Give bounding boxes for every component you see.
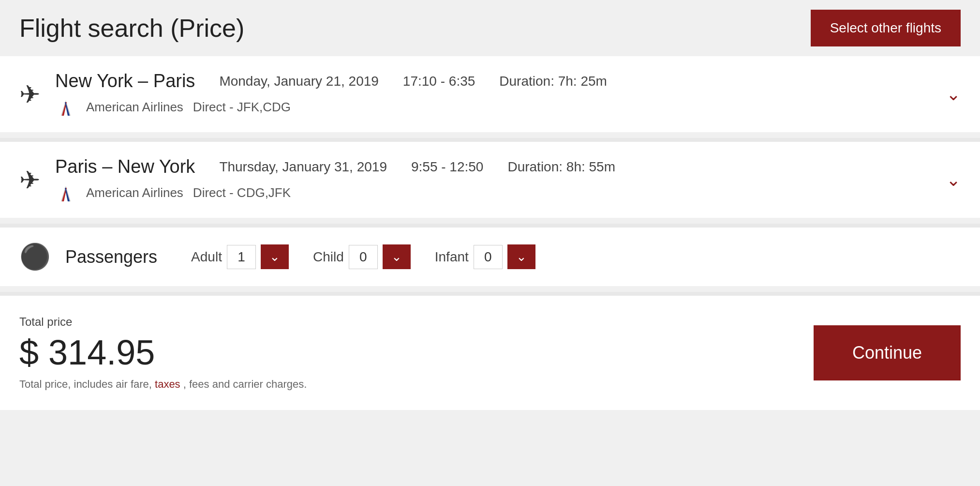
adult-group: Adult 1 ⌄ bbox=[191, 244, 289, 269]
flight-2-info: Paris – New York Thursday, January 31, 2… bbox=[55, 156, 946, 203]
flight-2-main-row: Paris – New York Thursday, January 31, 2… bbox=[55, 156, 946, 177]
total-label: Total price bbox=[19, 315, 307, 329]
plane-icon-2: ✈ bbox=[19, 167, 41, 193]
flight-1-expand-icon[interactable]: ⌄ bbox=[946, 84, 961, 105]
adult-dropdown-button[interactable]: ⌄ bbox=[261, 244, 289, 269]
person-icon: ⚫ bbox=[19, 242, 51, 272]
flight-2-expand-icon[interactable]: ⌄ bbox=[946, 170, 961, 190]
passengers-section: ⚫ Passengers Adult 1 ⌄ Child 0 ⌄ Infant … bbox=[0, 228, 980, 286]
flight-1-section: ✈ New York – Paris Monday, January 21, 2… bbox=[0, 56, 980, 132]
airline-logo-2 bbox=[55, 182, 76, 203]
page-title: Flight search (Price) bbox=[19, 14, 244, 43]
child-dropdown-button[interactable]: ⌄ bbox=[383, 244, 411, 269]
continue-button[interactable]: Continue bbox=[814, 325, 961, 380]
divider-1 bbox=[0, 138, 980, 142]
passengers-label: Passengers bbox=[65, 247, 157, 267]
infant-dropdown-button[interactable]: ⌄ bbox=[507, 244, 535, 269]
svg-marker-5 bbox=[65, 188, 70, 201]
flight-1-date: Monday, January 21, 2019 bbox=[219, 74, 378, 89]
total-left: Total price $ 314.95 Total price, includ… bbox=[19, 315, 307, 391]
child-count: 0 bbox=[349, 245, 378, 269]
total-section: Total price $ 314.95 Total price, includ… bbox=[0, 296, 980, 410]
taxes-link[interactable]: taxes bbox=[155, 378, 180, 390]
infant-count: 0 bbox=[474, 245, 503, 269]
flight-2-airline: American Airlines bbox=[86, 185, 183, 200]
flight-1-main-row: New York – Paris Monday, January 21, 201… bbox=[55, 71, 946, 91]
flight-2-duration: Duration: 8h: 55m bbox=[507, 159, 615, 175]
divider-3 bbox=[0, 292, 980, 296]
page-header: Flight search (Price) Select other fligh… bbox=[0, 0, 980, 56]
flight-2-route: Paris – New York bbox=[55, 156, 195, 177]
flight-2-route-code: Direct - CDG,JFK bbox=[193, 185, 291, 200]
total-price: $ 314.95 bbox=[19, 333, 307, 372]
plane-icon-1: ✈ bbox=[19, 82, 41, 107]
flight-1-row: ✈ New York – Paris Monday, January 21, 2… bbox=[0, 56, 980, 132]
flight-1-duration: Duration: 7h: 25m bbox=[499, 74, 607, 89]
flight-1-sub-row: American Airlines Direct - JFK,CDG bbox=[55, 96, 946, 118]
airline-logo-1 bbox=[55, 96, 76, 118]
child-label: Child bbox=[313, 249, 344, 265]
total-note-after: , fees and carrier charges. bbox=[183, 378, 307, 390]
flight-2-sub-row: American Airlines Direct - CDG,JFK bbox=[55, 182, 946, 203]
flight-1-route-code: Direct - JFK,CDG bbox=[193, 100, 291, 115]
total-note: Total price, includes air fare, taxes , … bbox=[19, 378, 307, 391]
total-note-before: Total price, includes air fare, bbox=[19, 378, 152, 390]
flight-1-info: New York – Paris Monday, January 21, 201… bbox=[55, 71, 946, 118]
flight-1-airline: American Airlines bbox=[86, 100, 183, 115]
divider-2 bbox=[0, 224, 980, 228]
select-other-flights-button[interactable]: Select other flights bbox=[811, 10, 961, 46]
flight-2-time: 9:55 - 12:50 bbox=[411, 159, 483, 175]
flight-1-route: New York – Paris bbox=[55, 71, 195, 91]
adult-label: Adult bbox=[191, 249, 222, 265]
flight-1-time: 17:10 - 6:35 bbox=[403, 74, 475, 89]
infant-group: Infant 0 ⌄ bbox=[435, 244, 535, 269]
svg-marker-2 bbox=[65, 102, 70, 116]
flight-2-row: ✈ Paris – New York Thursday, January 31,… bbox=[0, 142, 980, 218]
flight-2-section: ✈ Paris – New York Thursday, January 31,… bbox=[0, 142, 980, 218]
infant-label: Infant bbox=[435, 249, 469, 265]
flight-2-date: Thursday, January 31, 2019 bbox=[219, 159, 387, 175]
adult-count: 1 bbox=[227, 245, 256, 269]
child-group: Child 0 ⌄ bbox=[313, 244, 411, 269]
